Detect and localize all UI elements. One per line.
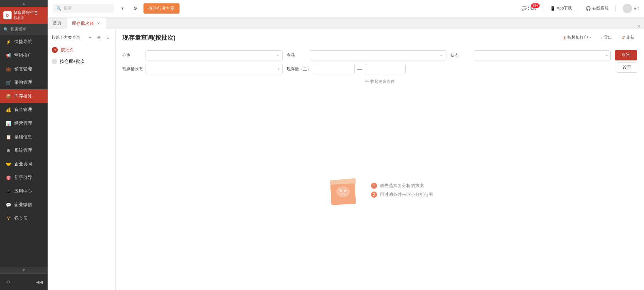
- sidebar-item-marketing[interactable]: 📢 营销推广: [0, 49, 48, 62]
- main-area: 🔍 搜索 ▾ ⚙ 体验行业方案 💬 消息 99+ 📱 App下载 🎧 在线客服: [48, 0, 644, 290]
- topbar-divider-3: [615, 5, 616, 12]
- sidebar-item-sales[interactable]: 💼 销售管理: [0, 62, 48, 76]
- app-download-label: App下载: [557, 5, 572, 11]
- warehouse-dots-icon[interactable]: ···: [275, 53, 279, 58]
- sidebar-item-label: 新手引导: [14, 175, 32, 181]
- tab-close-btn[interactable]: ✕: [96, 21, 101, 26]
- sidebar-item-label: 快捷导航: [14, 39, 32, 45]
- sidebar-item-newcomer[interactable]: 🎯 新手引导: [0, 171, 48, 184]
- topbar-divider-1: [543, 5, 543, 12]
- inventory-qty-from[interactable]: [314, 64, 355, 74]
- filter-area: 仓库 ··· 现存量状态 ▾: [116, 46, 644, 90]
- sidebar-item-system[interactable]: ⚙ 系统管理: [0, 144, 48, 157]
- settings-bottom-btn[interactable]: ⚙: [3, 277, 13, 287]
- topbar-divider-2: [579, 5, 579, 12]
- settings-scheme-btn[interactable]: ⊕: [96, 34, 102, 41]
- sidebar-item-operation[interactable]: 📊 经营管理: [0, 116, 48, 130]
- goods-input[interactable]: ···: [310, 50, 447, 60]
- inventory-status-select[interactable]: ▾: [146, 64, 283, 74]
- print-dropdown-icon[interactable]: ▾: [589, 36, 591, 39]
- sidebar-item-label: 应用中心: [14, 188, 32, 194]
- username-label: Rit: [633, 6, 639, 11]
- sidebar-item-label: 经营管理: [14, 120, 32, 126]
- empty-tip-2: 2 用过滤条件来缩小分析范围: [371, 192, 433, 198]
- empty-state: 1 请先选择要分析的方案 2 用过滤条件来缩小分析范围: [116, 90, 644, 290]
- sidebar-item-inventory[interactable]: 📦 库存核算: [0, 89, 48, 103]
- svg-point-4: [344, 190, 346, 192]
- left-filter-panel: 按以下方案查询 + ⊕ « ⊙ 按批次 按仓库+批次: [48, 29, 116, 290]
- operation-icon: 📊: [5, 120, 12, 126]
- scheme-by-warehouse-batch[interactable]: 按仓库+批次: [48, 56, 115, 67]
- tabbar: 首页 库存批次账 ✕ ✕: [48, 17, 644, 29]
- empty-tips: 1 请先选择要分析的方案 2 用过滤条件来缩小分析范围: [371, 183, 433, 198]
- warehouse-input[interactable]: ···: [146, 50, 283, 60]
- sidebar-item-wechat[interactable]: 💬 企业微信: [0, 198, 48, 212]
- print-icon: 🖨: [562, 35, 566, 40]
- collapse-sidebar-btn[interactable]: ◀◀: [35, 277, 44, 287]
- query-btn[interactable]: 查询: [615, 50, 637, 60]
- quick-nav-icon: ⚡: [5, 39, 12, 45]
- refresh-label: 刷新: [626, 35, 634, 40]
- sidebar-scroll-down[interactable]: ▼: [0, 267, 48, 273]
- print-label: 按模板打印: [567, 35, 588, 40]
- topbar-dropdown-btn[interactable]: ▾: [118, 4, 127, 13]
- refresh-icon: ↺: [622, 35, 625, 40]
- scheme-actions: + ⊕ «: [87, 34, 111, 41]
- sidebar-search[interactable]: 🔍 搜索菜单: [0, 24, 48, 35]
- close-panel-btn[interactable]: ✕: [637, 24, 644, 29]
- tab-home-label: 首页: [53, 20, 62, 26]
- topbar-settings-btn[interactable]: ⚙: [131, 4, 140, 13]
- status-label: 状态: [451, 53, 471, 58]
- marketing-icon: 📢: [5, 52, 12, 58]
- sidebar-item-finance[interactable]: 💰 资金管理: [0, 103, 48, 116]
- message-btn[interactable]: 💬 消息 99+: [522, 5, 536, 11]
- sidebar-item-label: 采购管理: [14, 79, 32, 86]
- sidebar-bottom: ⚙ ◀◀: [0, 273, 48, 290]
- app-download-icon: 📱: [550, 6, 555, 11]
- topbar-search-box[interactable]: 🔍 搜索: [53, 4, 114, 13]
- add-scheme-btn[interactable]: +: [87, 34, 94, 41]
- online-service-label: 在线客服: [592, 5, 609, 11]
- sidebar-item-label: 畅会员: [14, 215, 28, 221]
- sidebar-item-label: 企业协同: [14, 161, 32, 167]
- print-btn[interactable]: 🖨 按模板打印 ▾: [559, 33, 594, 42]
- sidebar-item-member[interactable]: V 畅会员: [0, 212, 48, 225]
- sidebar-item-basic[interactable]: 📋 基础信息: [0, 130, 48, 144]
- goods-dots-icon[interactable]: ···: [440, 53, 444, 58]
- app-download-btn[interactable]: 📱 App下载: [550, 5, 572, 11]
- scheme-by-batch[interactable]: ⊙ 按批次: [48, 44, 115, 56]
- edition-label: 标准版: [14, 16, 38, 20]
- refresh-btn[interactable]: ↺ 刷新: [619, 33, 637, 42]
- sidebar-item-quick-nav[interactable]: ⚡ 快捷导航: [0, 35, 48, 49]
- app-center-icon: 📱: [5, 188, 12, 194]
- sidebar-item-label: 销售管理: [14, 66, 32, 72]
- inventory-icon: 📦: [5, 93, 12, 99]
- collapse-panel-btn[interactable]: «: [104, 34, 111, 41]
- sidebar-header: b 畅康通好生意 标准版: [0, 7, 48, 24]
- export-btn[interactable]: ↑ 导出: [598, 33, 615, 42]
- sidebar-item-enterprise[interactable]: 🤝 企业协同: [0, 157, 48, 171]
- empty-tip-1: 1 请先选择要分析的方案: [371, 183, 433, 189]
- user-avatar: [623, 4, 632, 13]
- experience-industry-btn[interactable]: 体验行业方案: [143, 3, 180, 14]
- status-chevron: ▾: [606, 54, 608, 57]
- empty-illustration: [327, 173, 361, 207]
- inventory-qty-to[interactable]: [365, 64, 406, 74]
- tab-batch-account-label: 库存批次账: [72, 20, 94, 26]
- sidebar-scroll-up[interactable]: ▲: [0, 0, 48, 7]
- sidebar-item-app-center[interactable]: 📱 应用中心: [0, 184, 48, 198]
- collapse-more-btn[interactable]: ^^ 收起更多条件: [122, 77, 637, 86]
- topbar: 🔍 搜索 ▾ ⚙ 体验行业方案 💬 消息 99+ 📱 App下载 🎧 在线客服: [48, 0, 644, 17]
- tab-batch-account[interactable]: 库存批次账 ✕: [67, 18, 106, 29]
- sidebar-item-label: 库存核算: [14, 93, 32, 99]
- status-select[interactable]: ▾: [474, 50, 611, 60]
- svg-point-3: [340, 190, 342, 192]
- svg-point-2: [336, 186, 350, 197]
- online-service-btn[interactable]: 🎧 在线客服: [586, 5, 609, 11]
- settings-btn[interactable]: 设置: [617, 62, 637, 73]
- empty-state-content: 1 请先选择要分析的方案 2 用过滤条件来缩小分析范围: [327, 173, 433, 207]
- goods-label: 商品: [287, 53, 307, 58]
- user-profile-btn[interactable]: Rit: [623, 4, 639, 13]
- sidebar-item-purchase[interactable]: 🛒 采购管理: [0, 76, 48, 89]
- tab-home[interactable]: 首页: [48, 17, 67, 29]
